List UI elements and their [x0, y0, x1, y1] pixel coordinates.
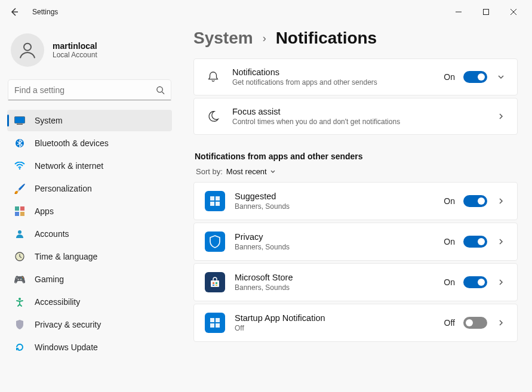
sidebar-item-system[interactable]: System — [7, 110, 172, 131]
arrow-left-icon — [10, 7, 19, 17]
sidebar-item-label: Privacy & security — [35, 320, 101, 329]
close-button[interactable] — [500, 2, 527, 21]
expand-button[interactable] — [496, 73, 506, 81]
card-sub: Control times when you do and don't get … — [232, 118, 496, 126]
focus-assist-card[interactable]: Focus assist Control times when you do a… — [193, 98, 518, 135]
maximize-icon — [483, 9, 489, 15]
person-icon — [14, 229, 25, 239]
open-button[interactable] — [496, 237, 506, 246]
window-controls — [445, 2, 527, 21]
chevron-right-icon — [497, 112, 505, 121]
bluetooth-icon — [14, 138, 25, 149]
svg-rect-28 — [213, 285, 214, 286]
maximize-button[interactable] — [472, 2, 500, 21]
sidebar-item-accessibility[interactable]: Accessibility — [7, 291, 172, 313]
card-title: Focus assist — [232, 107, 496, 116]
toggle-label: On — [444, 72, 455, 82]
breadcrumb: System › Notifications — [193, 29, 518, 48]
sidebar-item-bluetooth[interactable]: Bluetooth & devices — [7, 132, 172, 154]
app-name: Suggested — [235, 192, 444, 201]
app-card-privacy[interactable]: Privacy Banners, Sounds On — [193, 223, 518, 261]
sidebar: martinlocal Local Account System Bluetoo… — [0, 24, 179, 392]
svg-rect-27 — [216, 282, 217, 284]
svg-rect-15 — [20, 212, 24, 216]
minimize-button[interactable] — [445, 2, 472, 21]
svg-rect-29 — [216, 285, 217, 286]
sidebar-item-apps[interactable]: Apps — [7, 200, 172, 222]
grid-icon — [209, 317, 221, 329]
sidebar-item-update[interactable]: Windows Update — [7, 337, 172, 358]
user-sub: Local Account — [53, 51, 97, 59]
person-icon — [18, 41, 37, 60]
sort-dropdown[interactable]: Most recent — [226, 167, 276, 176]
user-block[interactable]: martinlocal Local Account — [7, 29, 172, 78]
grid-icon — [209, 195, 221, 207]
card-title: Notifications — [232, 67, 444, 77]
app-card-suggested[interactable]: Suggested Banners, Sounds On — [193, 182, 518, 220]
app-name: Startup App Notification — [235, 313, 444, 323]
app-sub: Banners, Sounds — [235, 283, 444, 292]
app-sub: Off — [235, 324, 444, 332]
svg-point-6 — [157, 87, 162, 92]
app-toggle[interactable] — [463, 317, 487, 329]
clock-icon — [14, 251, 25, 262]
app-icon — [205, 313, 225, 333]
app-toggle[interactable] — [463, 236, 487, 248]
notifications-card[interactable]: Notifications Get notifications from app… — [193, 58, 518, 95]
svg-rect-24 — [216, 202, 220, 206]
sidebar-item-label: Windows Update — [35, 342, 98, 352]
chevron-down-icon — [497, 73, 505, 81]
open-button[interactable] — [496, 112, 506, 121]
breadcrumb-parent[interactable]: System — [193, 29, 253, 48]
chevron-right-icon — [497, 319, 505, 327]
toggle-label: On — [444, 277, 455, 287]
search-box — [8, 80, 171, 100]
sidebar-item-time[interactable]: Time & language — [7, 246, 172, 267]
open-button[interactable] — [496, 319, 506, 327]
search-input[interactable] — [8, 80, 171, 100]
svg-point-16 — [18, 230, 21, 234]
shield-icon — [209, 235, 221, 248]
sort-label: Sort by: — [196, 167, 223, 176]
svg-rect-22 — [216, 196, 220, 200]
sidebar-item-accounts[interactable]: Accounts — [7, 223, 172, 245]
page-title: Notifications — [276, 29, 377, 48]
sidebar-item-privacy[interactable]: Privacy & security — [7, 314, 172, 335]
minimize-icon — [456, 9, 462, 15]
sidebar-item-network[interactable]: Network & internet — [7, 155, 172, 177]
svg-rect-2 — [484, 10, 489, 15]
svg-point-20 — [19, 298, 21, 300]
svg-rect-23 — [210, 202, 214, 206]
open-button[interactable] — [496, 278, 506, 286]
sidebar-item-label: Apps — [35, 206, 54, 216]
display-icon — [14, 115, 25, 126]
toggle-label: On — [444, 237, 455, 246]
app-icon — [205, 272, 225, 292]
main-content: System › Notifications Notifications Get… — [179, 24, 532, 392]
back-button[interactable] — [5, 2, 24, 21]
brush-icon: 🖌️ — [14, 183, 25, 194]
svg-rect-30 — [210, 318, 214, 322]
sort-value: Most recent — [226, 167, 267, 176]
svg-point-5 — [24, 44, 31, 51]
app-sub: Banners, Sounds — [235, 202, 444, 211]
sidebar-item-personalization[interactable]: 🖌️ Personalization — [7, 178, 172, 199]
svg-line-7 — [162, 92, 164, 94]
app-card-store[interactable]: Microsoft Store Banners, Sounds On — [193, 263, 518, 301]
gamepad-icon: 🎮 — [14, 274, 25, 285]
open-button[interactable] — [496, 197, 506, 205]
chevron-down-icon — [269, 168, 276, 175]
sidebar-item-label: Personalization — [35, 184, 92, 193]
svg-rect-21 — [210, 196, 214, 200]
sidebar-item-label: Time & language — [35, 252, 97, 261]
sidebar-item-gaming[interactable]: 🎮 Gaming — [7, 268, 172, 290]
app-icon — [205, 232, 225, 252]
search-icon — [156, 86, 165, 95]
app-card-startup[interactable]: Startup App Notification Off Off — [193, 304, 518, 342]
accessibility-icon — [14, 297, 25, 307]
svg-rect-32 — [210, 323, 214, 328]
notifications-toggle[interactable] — [463, 71, 487, 83]
app-toggle[interactable] — [463, 276, 487, 288]
app-toggle[interactable] — [463, 195, 487, 207]
app-name: Privacy — [235, 232, 444, 242]
